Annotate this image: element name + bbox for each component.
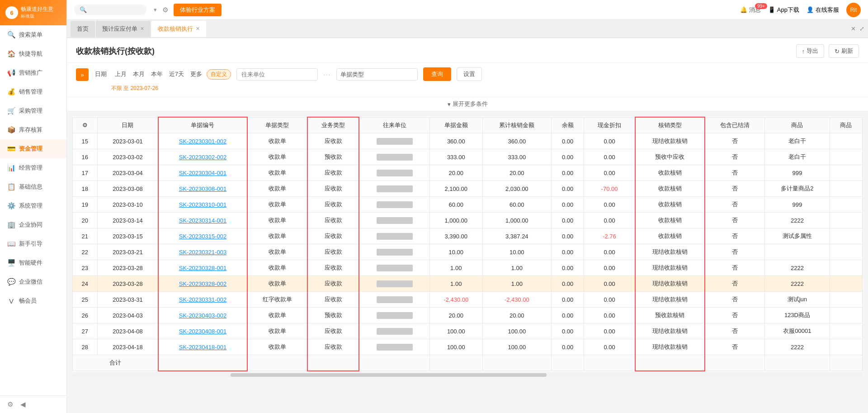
- cell-bill-no[interactable]: SK-20230328-002: [158, 276, 247, 292]
- cell-bill-no[interactable]: SK-20230302-002: [158, 149, 247, 165]
- sidebar-item-operations[interactable]: 📊 经营管理: [0, 158, 66, 177]
- sidebar-item-finance[interactable]: 💳 资金管理: [0, 139, 66, 158]
- cell-bill-no[interactable]: SK-20230328-001: [158, 260, 247, 276]
- table-row[interactable]: 24 2023-03-28 SK-20230328-002 收款单 应收款 ██…: [73, 276, 863, 292]
- sidebar-item-enterprise[interactable]: 🏢 企业协同: [0, 215, 66, 234]
- collapse-icon[interactable]: ◀: [20, 400, 26, 408]
- date-opt-7days[interactable]: 近7天: [167, 69, 186, 79]
- online-service-button[interactable]: 👤 在线客服: [807, 6, 839, 14]
- tab-close-icon[interactable]: ✕: [140, 26, 144, 32]
- sidebar-item-purchase[interactable]: 🛒 采购管理: [0, 101, 66, 120]
- table-row[interactable]: 21 2023-03-15 SK-20230315-002 收款单 应收款 ██…: [73, 228, 863, 244]
- bill-no-link[interactable]: SK-20230302-002: [179, 154, 227, 161]
- sidebar-item-label: 畅会员: [19, 297, 37, 305]
- bill-no-link[interactable]: SK-20230328-001: [179, 265, 227, 271]
- sidebar-item-marketing[interactable]: 📢 营销推广: [0, 63, 66, 82]
- table-row[interactable]: 23 2023-03-28 SK-20230328-001 收款单 应收款 ██…: [73, 260, 863, 276]
- table-header-row: ⚙ 日期 单据编号 单据类型 业务类型 往来单位 单据金额 累计核销金额 余额 …: [73, 117, 863, 133]
- bill-no-link[interactable]: SK-20230314-001: [179, 217, 227, 224]
- bill-no-link[interactable]: SK-20230301-002: [179, 138, 227, 145]
- th-settings[interactable]: ⚙: [73, 117, 98, 133]
- sidebar-item-quick-nav[interactable]: 🏠 快捷导航: [0, 44, 66, 63]
- sidebar-item-hardware[interactable]: 🖥️ 智能硬件: [0, 253, 66, 272]
- scrollbar-thumb[interactable]: [231, 373, 547, 377]
- app-download-button[interactable]: 📱 App下载: [768, 6, 799, 14]
- bill-type-select[interactable]: 单据类型: [336, 68, 418, 81]
- export-button[interactable]: ↑ 导出: [796, 44, 825, 58]
- table-row[interactable]: 17 2023-03-04 SK-20230304-001 收款单 应收款 ██…: [73, 165, 863, 181]
- table-row[interactable]: 28 2023-04-18 SK-20230418-001 收款单 应收款 ██…: [73, 339, 863, 355]
- date-opt-this-month[interactable]: 本月: [131, 69, 146, 79]
- table-row[interactable]: 19 2023-03-10 SK-20230310-001 收款单 应收款 ██…: [73, 197, 863, 213]
- settings-bottom-icon[interactable]: ⚙: [7, 400, 13, 408]
- table-row[interactable]: 16 2023-03-02 SK-20230302-002 收款单 预收款 ██…: [73, 149, 863, 165]
- expand-row: ▾ 展开更多条件: [67, 97, 868, 111]
- cell-bill-no[interactable]: SK-20230301-002: [158, 133, 247, 149]
- cell-balance: 0.00: [551, 244, 584, 260]
- date-opt-this-year[interactable]: 本年: [149, 69, 165, 79]
- cell-bill-no[interactable]: SK-20230314-001: [158, 213, 247, 228]
- sidebar-item-inventory[interactable]: 📦 库存核算: [0, 120, 66, 139]
- bill-no-link[interactable]: SK-20230403-002: [179, 312, 227, 319]
- cell-bill-no[interactable]: SK-20230304-001: [158, 165, 247, 181]
- cell-num: 24: [73, 276, 98, 292]
- query-button[interactable]: 查询: [423, 67, 451, 81]
- bill-no-link[interactable]: SK-20230321-003: [179, 249, 227, 256]
- gear-icon[interactable]: ⚙: [162, 6, 168, 14]
- bill-no-link[interactable]: SK-20230418-001: [179, 344, 227, 351]
- sidebar-item-wechat[interactable]: 💬 企业微信: [0, 272, 66, 291]
- cell-bill-no[interactable]: SK-20230315-002: [158, 228, 247, 244]
- cell-discount: 0.00: [584, 260, 635, 276]
- sidebar-item-basic-info[interactable]: 📋 基础信息: [0, 177, 66, 196]
- sidebar-item-member[interactable]: V 畅会员: [0, 291, 66, 310]
- tab-receipt-exec[interactable]: 收款核销执行 ✕: [151, 21, 206, 37]
- cell-bill-no[interactable]: SK-20230310-001: [158, 197, 247, 213]
- footer-goods2: [830, 355, 862, 371]
- chevron-down-icon[interactable]: ▾: [154, 6, 157, 13]
- horizontal-scrollbar[interactable]: [72, 373, 863, 377]
- date-custom-button[interactable]: 自定义: [207, 69, 231, 80]
- cell-bill-no[interactable]: SK-20230321-003: [158, 244, 247, 260]
- table-row[interactable]: 25 2023-03-31 SK-20230331-002 红字收款单 应收款 …: [73, 292, 863, 308]
- search-box[interactable]: 🔍: [74, 5, 146, 15]
- tab-receivable[interactable]: 预计应应付单 ✕: [96, 21, 151, 37]
- table-row[interactable]: 27 2023-04-08 SK-20230408-001 收款单 应收款 ██…: [73, 323, 863, 339]
- table-row[interactable]: 15 2023-03-01 SK-20230301-002 收款单 应收款 ██…: [73, 133, 863, 149]
- filter-toggle-button[interactable]: »: [76, 68, 89, 81]
- date-opt-more[interactable]: 更多: [189, 69, 204, 79]
- expand-conditions-button[interactable]: ▾ 展开更多条件: [448, 100, 488, 108]
- close-tab-icon[interactable]: ✕: [851, 25, 856, 32]
- bill-no-link[interactable]: SK-20230331-002: [179, 296, 227, 303]
- sidebar-item-sales[interactable]: 💰 销售管理: [0, 82, 66, 101]
- settings-button[interactable]: 设置: [457, 67, 482, 81]
- tab-home[interactable]: 首页: [71, 21, 95, 37]
- avatar[interactable]: Rit: [846, 3, 861, 17]
- cell-bill-no[interactable]: SK-20230403-002: [158, 308, 247, 323]
- table-row[interactable]: 18 2023-03-08 SK-20230308-001 收款单 应收款 ██…: [73, 181, 863, 197]
- cell-bill-no[interactable]: SK-20230308-001: [158, 181, 247, 197]
- table-row[interactable]: 22 2023-03-21 SK-20230321-003 收款单 应收款 ██…: [73, 244, 863, 260]
- bill-no-link[interactable]: SK-20230328-002: [179, 280, 227, 287]
- cell-balance: 0.00: [551, 260, 584, 276]
- bill-no-link[interactable]: SK-20230308-001: [179, 185, 227, 192]
- table-row[interactable]: 26 2023-04-03 SK-20230403-002 收款单 预收款 ██…: [73, 308, 863, 323]
- refresh-button[interactable]: ↻ 刷新: [829, 44, 859, 58]
- table-row[interactable]: 20 2023-03-14 SK-20230314-001 收款单 应收款 ██…: [73, 213, 863, 228]
- sidebar-item-search[interactable]: 🔍 搜索菜单: [0, 25, 66, 44]
- cell-discount: 0.00: [584, 323, 635, 339]
- partner-input[interactable]: [236, 68, 318, 81]
- industry-solution-button[interactable]: 体验行业方案: [174, 4, 222, 16]
- bill-no-link[interactable]: SK-20230304-001: [179, 170, 227, 176]
- cell-bill-no[interactable]: SK-20230408-001: [158, 323, 247, 339]
- cell-bill-no[interactable]: SK-20230331-002: [158, 292, 247, 308]
- bill-no-link[interactable]: SK-20230310-001: [179, 201, 227, 208]
- bill-no-link[interactable]: SK-20230315-002: [179, 233, 227, 240]
- cell-bill-no[interactable]: SK-20230418-001: [158, 339, 247, 355]
- expand-tab-icon[interactable]: ⤢: [859, 25, 864, 32]
- message-button[interactable]: 🔔 消息 99+: [740, 6, 761, 14]
- date-opt-last-month[interactable]: 上月: [113, 69, 128, 79]
- tab-close-icon[interactable]: ✕: [196, 26, 200, 32]
- bill-no-link[interactable]: SK-20230408-001: [179, 328, 227, 335]
- sidebar-item-guide[interactable]: 📖 新手引导: [0, 234, 66, 253]
- sidebar-item-system[interactable]: ⚙️ 系统管理: [0, 196, 66, 215]
